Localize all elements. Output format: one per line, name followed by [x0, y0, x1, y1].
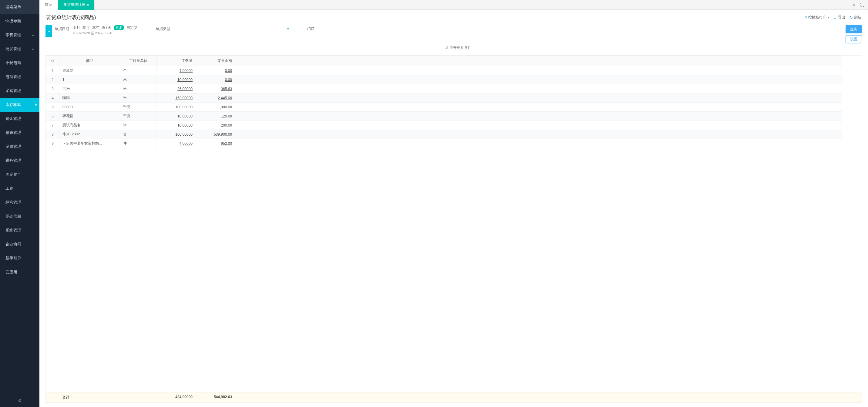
tab-0[interactable]: 首页	[39, 0, 58, 10]
sidebar-item-17[interactable]: 企业协同	[0, 237, 39, 251]
cell-qty[interactable]: 26.00000	[156, 84, 196, 93]
cell-amount[interactable]: 0.00	[196, 75, 235, 84]
cell-unit: 件	[120, 139, 156, 148]
cell-unit: 千克	[120, 103, 156, 112]
cell-qty[interactable]: 10.00000	[156, 112, 196, 121]
cell-qty[interactable]: 10.00000	[156, 75, 196, 84]
sidebar-item-2[interactable]: 零售管理▸	[0, 28, 39, 42]
date-opt-custom[interactable]: 自定义	[126, 25, 137, 30]
cell-qty[interactable]: 1.00000	[156, 66, 196, 75]
sidebar-item-label: 零售管理	[5, 32, 21, 38]
sidebar-settings[interactable]	[0, 394, 39, 407]
date-opt-last-month[interactable]: 上月	[73, 25, 80, 30]
table-row[interactable]: 8小米12 Pro台100.00000539,900.00	[46, 130, 842, 139]
date-opt-this-month[interactable]: 本月	[83, 25, 90, 30]
sidebar-item-label: 新手引导	[5, 256, 21, 261]
export-button[interactable]: ⤓ 导出	[833, 15, 845, 20]
filter-store-label: 门店	[307, 25, 314, 32]
sidebar-item-3[interactable]: 批发管理▸	[0, 42, 39, 56]
sidebar-item-5[interactable]: 电商管理	[0, 70, 39, 84]
filter-bar: » 单据日期 上月 本月 本年 近7天 更多 自定义	[39, 24, 868, 52]
cell-index: 5	[46, 103, 59, 112]
col-unit-header[interactable]: 主计量单位	[120, 56, 156, 66]
collapse-filter-button[interactable]: »	[45, 25, 52, 37]
cell-amount[interactable]: 539,900.00	[196, 130, 235, 139]
cell-qty[interactable]: 163.00000	[156, 93, 196, 103]
table-row[interactable]: 21米10.000000.00	[46, 75, 842, 84]
table-row[interactable]: 6碎花裙千克10.00000120.00	[46, 112, 842, 121]
sidebar-item-label: 库存核算	[5, 102, 21, 108]
cell-amount[interactable]: 200.00	[196, 121, 235, 130]
table-row[interactable]: 3可乐米26.00000365.63	[46, 84, 842, 93]
cell-amount[interactable]: 365.63	[196, 84, 235, 93]
sidebar-item-0[interactable]: 搜索菜单	[0, 0, 39, 14]
store-select[interactable]: ⋯	[318, 25, 439, 33]
cell-empty	[235, 75, 842, 84]
col-product-header[interactable]: 商品	[59, 56, 120, 66]
sidebar-item-9[interactable]: 总账管理	[0, 126, 39, 140]
date-opt-more[interactable]: 更多	[114, 25, 124, 30]
table-row[interactable]: 9卡伊美中老年女装妈妈...件4.00000952.00	[46, 139, 842, 148]
cell-qty[interactable]: 4.00000	[156, 139, 196, 148]
col-amount-header[interactable]: 零售金额	[196, 56, 235, 66]
cell-amount[interactable]: 0.00	[196, 66, 235, 75]
tab-1[interactable]: 要货单统计表×	[58, 0, 95, 10]
sidebar-item-10[interactable]: 发票管理	[0, 140, 39, 153]
sidebar-item-18[interactable]: 新手引导	[0, 251, 39, 265]
cell-amount[interactable]: 120.00	[196, 112, 235, 121]
print-button[interactable]: ⎙ 按模板打印 ▾	[805, 15, 829, 20]
sidebar-item-8[interactable]: 资金管理	[0, 112, 39, 126]
sidebar-item-6[interactable]: 采购管理	[0, 84, 39, 98]
cell-index: 9	[46, 139, 59, 148]
cell-unit: 台	[120, 130, 156, 139]
cell-empty	[235, 121, 842, 130]
sidebar-item-4[interactable]: 小畅电商	[0, 56, 39, 70]
sidebar-item-label: 资金管理	[5, 116, 21, 121]
col-qty-header[interactable]: 主数量	[156, 56, 196, 66]
sidebar-item-7[interactable]: 库存核算	[0, 98, 39, 112]
sidebar-item-label: 云应用	[5, 269, 17, 275]
cell-qty[interactable]: 10.00000	[156, 121, 196, 130]
cell-amount[interactable]: 952.00	[196, 139, 235, 148]
sidebar-item-13[interactable]: 工资	[0, 181, 39, 196]
sidebar-item-11[interactable]: 税务管理	[0, 153, 39, 168]
footer-qty: 424.00000	[156, 393, 196, 402]
cell-amount[interactable]: 1,000.00	[196, 103, 235, 112]
doc-type-select[interactable]: ▾	[174, 25, 289, 33]
sidebar-item-label: 固定资产	[5, 172, 21, 177]
cell-product: 咖啡	[59, 93, 120, 103]
cell-product: 卡伊美中老年女装妈妈...	[59, 139, 120, 148]
cell-qty[interactable]: 100.00000	[156, 103, 196, 112]
cell-index: 3	[46, 84, 59, 93]
date-opt-this-year[interactable]: 本年	[92, 25, 99, 30]
sidebar-item-14[interactable]: 经营管理	[0, 196, 39, 209]
sidebar-item-1[interactable]: 快捷导航	[0, 14, 39, 28]
close-icon[interactable]: ×	[87, 3, 89, 7]
data-table: 商品 主计量单位 主数量 零售金额 1奥滇陪个1.000000.0021米10.…	[46, 56, 842, 148]
expand-label: 展开更多条件	[450, 45, 471, 50]
sidebar-item-16[interactable]: 系统管理	[0, 223, 39, 237]
table-row[interactable]: 4咖啡米163.000002,445.00	[46, 93, 842, 103]
date-opt-last-7[interactable]: 近7天	[102, 25, 111, 30]
expand-filters-button[interactable]: ⇵ 展开更多条件	[445, 45, 471, 50]
data-table-wrap: 商品 主计量单位 主数量 零售金额 1奥滇陪个1.000000.0021米10.…	[39, 52, 868, 407]
query-button[interactable]: 查询	[845, 25, 862, 33]
col-settings-header[interactable]	[46, 56, 59, 66]
cell-qty[interactable]: 100.00000	[156, 130, 196, 139]
sidebar-item-19[interactable]: 云应用	[0, 265, 39, 279]
cell-amount[interactable]: 2,445.00	[196, 93, 235, 103]
settings-button[interactable]: 设置	[845, 35, 862, 43]
sidebar-item-15[interactable]: 基础信息	[0, 209, 39, 223]
sidebar-item-12[interactable]: 固定资产	[0, 168, 39, 181]
sidebar-item-label: 批发管理	[5, 46, 21, 52]
close-all-tabs-icon[interactable]: ✕	[850, 2, 857, 8]
more-icon: ⋯	[435, 27, 439, 31]
refresh-button[interactable]: ↻ 刷新	[849, 15, 861, 20]
fullscreen-icon[interactable]: ⛶	[859, 2, 866, 8]
table-row[interactable]: 1奥滇陪个1.000000.00	[46, 66, 842, 75]
cell-index: 6	[46, 112, 59, 121]
table-row[interactable]: 500000千克100.000001,000.00	[46, 103, 842, 112]
chevron-right-icon: ▸	[32, 47, 34, 51]
chevron-right-icon: ▸	[32, 33, 34, 37]
table-row[interactable]: 7测试商品名米10.00000200.00	[46, 121, 842, 130]
